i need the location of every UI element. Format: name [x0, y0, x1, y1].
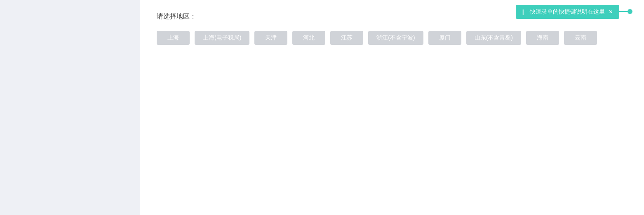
- left-panel: [0, 0, 140, 215]
- region-button-zhejiang[interactable]: 浙江(不含宁波): [368, 31, 423, 45]
- region-button-hainan[interactable]: 海南: [526, 31, 559, 45]
- region-buttons-container: 上海上海(电子税局)天津河北江苏浙江(不含宁波)厦门山东(不含青岛)海南云南: [157, 31, 628, 45]
- tooltip-dot: [628, 9, 632, 14]
- main-content: 请选择地区： 上海上海(电子税局)天津河北江苏浙江(不含宁波)厦门山东(不含青岛…: [140, 0, 644, 215]
- region-button-shanghai[interactable]: 上海: [157, 31, 190, 45]
- tooltip-banner: 快速录单的快捷键说明在这里 ×: [516, 5, 619, 19]
- region-button-xiamen[interactable]: 厦门: [428, 31, 461, 45]
- region-button-hebei[interactable]: 河北: [292, 31, 325, 45]
- region-button-yunnan[interactable]: 云南: [564, 31, 597, 45]
- region-button-shanghai-etax[interactable]: 上海(电子税局): [195, 31, 249, 45]
- region-button-shandong[interactable]: 山东(不含青岛): [466, 31, 521, 45]
- region-button-jiangsu[interactable]: 江苏: [330, 31, 363, 45]
- region-button-tianjin[interactable]: 天津: [254, 31, 287, 45]
- tooltip-text: 快速录单的快捷键说明在这里: [530, 8, 605, 16]
- tooltip-line: [619, 11, 628, 12]
- tooltip-close-button[interactable]: ×: [609, 9, 613, 15]
